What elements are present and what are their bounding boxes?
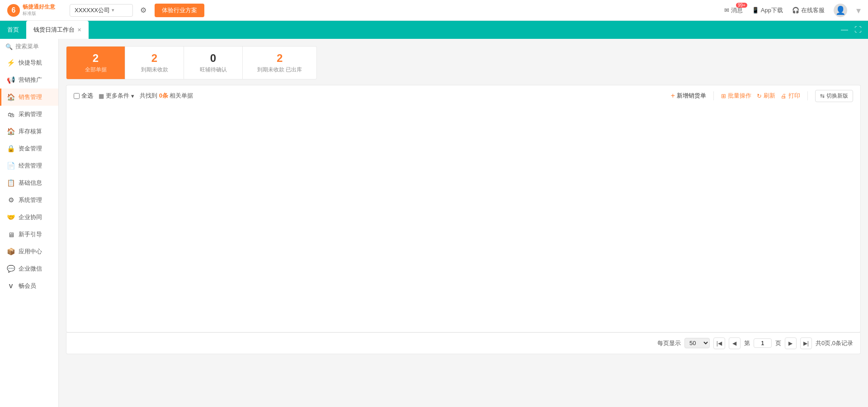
select-all-label: 全选: [81, 92, 93, 100]
sidebar-item-app-center[interactable]: 📦 应用中心: [0, 243, 58, 260]
sidebar-item-app-center-label: 应用中心: [19, 248, 42, 256]
next-page-button[interactable]: ▶: [785, 337, 797, 349]
base-info-icon: 📋: [7, 179, 15, 187]
print-label: 打印: [788, 92, 800, 100]
message-button[interactable]: ✉ 消息 99+: [724, 6, 743, 14]
sidebar-item-member-label: 畅会员: [19, 282, 36, 290]
marketing-icon: 📢: [7, 76, 15, 84]
tab-sales-workbench-label: 钱货日清工作台: [33, 26, 75, 34]
sidebar-item-operation[interactable]: 📄 经营管理: [0, 157, 58, 174]
message-badge: 99+: [736, 3, 747, 8]
stat-tab-overdue-unpaid[interactable]: 2 到期未收款: [125, 47, 184, 79]
sidebar-item-marketing[interactable]: 📢 营销推广: [0, 71, 58, 89]
refresh-icon: ↻: [757, 93, 762, 99]
filter-label: 更多条件: [106, 92, 129, 100]
stat-count-wangwang: 0: [198, 52, 228, 65]
minimize-icon[interactable]: —: [839, 24, 850, 36]
filter-chevron-icon: ▾: [131, 93, 134, 99]
sidebar-item-system-label: 系统管理: [19, 196, 42, 204]
sidebar-item-quick-nav-label: 快捷导航: [19, 59, 42, 67]
trial-button[interactable]: 体验行业方案: [155, 4, 204, 17]
operation-icon: 📄: [7, 162, 15, 170]
online-service-button[interactable]: 🎧 在线客服: [792, 6, 825, 14]
username-display[interactable]: ▾: [856, 5, 861, 16]
sidebar-item-purchase[interactable]: 🛍 采购管理: [0, 106, 58, 123]
sidebar-item-enterprise[interactable]: 🤝 企业协同: [0, 209, 58, 226]
last-page-button[interactable]: ▶|: [800, 337, 812, 349]
sidebar-item-enterprise-label: 企业协同: [19, 213, 42, 221]
page-label-2: 页: [775, 339, 781, 347]
settings-icon[interactable]: ⚙: [137, 4, 150, 17]
company-selector[interactable]: XXXXXX公司 ▾: [70, 4, 133, 17]
switch-label: 切换新版: [826, 92, 848, 100]
prev-page-button[interactable]: ◀: [729, 337, 741, 349]
close-tab-icon[interactable]: ✕: [77, 27, 81, 33]
search-menu-label: 搜索菜单: [15, 42, 39, 51]
newbie-icon: 🖥: [7, 230, 15, 239]
purchase-icon: 🛍: [7, 110, 15, 118]
page-number-input[interactable]: [754, 338, 772, 348]
user-avatar[interactable]: 👤: [834, 4, 847, 17]
search-menu-button[interactable]: 🔍 搜索菜单: [0, 39, 58, 54]
print-button[interactable]: 🖨 打印: [781, 92, 800, 100]
stat-label-overdue: 到期未收款: [140, 66, 169, 74]
app-name: 畅捷通好生意: [23, 4, 55, 11]
stat-label-all: 全部单据: [81, 66, 110, 74]
toolbar: 全选 ▦ 更多条件 ▾ 共找到 0条 相关单据 + 新增销货单 ⊞ 批量操作: [66, 85, 861, 107]
tab-sales-workbench[interactable]: 钱货日清工作台 ✕: [26, 21, 89, 39]
sidebar-item-quick-nav[interactable]: ⚡ 快捷导航: [0, 54, 58, 71]
stat-tab-all[interactable]: 2 全部单据: [66, 47, 125, 79]
sidebar-item-sales[interactable]: 🏠 销售管理: [0, 89, 58, 106]
app-edition: 标准版: [23, 10, 55, 17]
new-sale-button[interactable]: + 新增销货单: [671, 92, 706, 100]
batch-ops-button[interactable]: ⊞ 批量操作: [721, 92, 751, 100]
stat-label-wangwang: 旺辅待确认: [198, 66, 228, 74]
sidebar-item-wechat[interactable]: 💬 企业微信: [0, 260, 58, 277]
tabbar-right: — ⛶: [839, 24, 868, 36]
sidebar-item-finance[interactable]: 🔒 资金管理: [0, 140, 58, 157]
search-icon: 🔍: [5, 43, 13, 50]
app-download-button[interactable]: 📱 App下载: [752, 6, 783, 14]
select-all-checkbox[interactable]: 全选: [74, 92, 93, 100]
switch-version-button[interactable]: ⇆ 切换新版: [815, 90, 853, 102]
stat-tab-overdue-shipped[interactable]: 2 到期未收款 已出库: [243, 47, 316, 79]
finance-icon: 🔒: [7, 145, 15, 153]
sidebar-item-newbie-label: 新手引导: [19, 230, 42, 239]
per-page-select[interactable]: 50 100 200: [684, 338, 710, 348]
print-icon: 🖨: [781, 93, 787, 99]
sidebar-item-member[interactable]: V 畅会员: [0, 277, 58, 295]
refresh-button[interactable]: ↻ 刷新: [757, 92, 775, 100]
first-page-button[interactable]: |◀: [713, 337, 725, 349]
divider-2: [807, 91, 808, 100]
toolbar-left: 全选 ▦ 更多条件 ▾ 共找到 0条 相关单据: [74, 92, 193, 100]
total-info: 共0页,0条记录: [816, 339, 853, 347]
sidebar-item-marketing-label: 营销推广: [19, 76, 42, 84]
sidebar-item-finance-label: 资金管理: [19, 145, 42, 153]
switch-icon: ⇆: [820, 93, 825, 99]
app-download-label: App下载: [761, 6, 783, 14]
stat-tab-wangwang[interactable]: 0 旺辅待确认: [184, 47, 243, 79]
sidebar-item-sales-label: 销售管理: [19, 93, 42, 101]
tab-home[interactable]: 首页: [0, 21, 26, 39]
select-all-input[interactable]: [74, 93, 80, 99]
maximize-icon[interactable]: ⛶: [853, 24, 863, 36]
tab-home-label: 首页: [7, 26, 19, 34]
sidebar-item-newbie[interactable]: 🖥 新手引导: [0, 226, 58, 243]
sidebar-item-base-info[interactable]: 📋 基础信息: [0, 174, 58, 192]
sidebar-item-system[interactable]: ⚙ 系统管理: [0, 192, 58, 209]
tabbar: 首页 钱货日清工作台 ✕ — ⛶: [0, 21, 868, 39]
member-icon: V: [7, 282, 15, 290]
stat-label-shipped: 到期未收款 已出库: [257, 66, 302, 74]
inventory-icon: 🏠: [7, 127, 15, 136]
topbar-right: ✉ 消息 99+ 📱 App下载 🎧 在线客服 👤 ▾: [724, 4, 861, 17]
filter-button[interactable]: ▦ 更多条件 ▾: [99, 92, 134, 100]
filter-icon: ▦: [99, 93, 104, 99]
sidebar-item-operation-label: 经营管理: [19, 162, 42, 170]
app-center-icon: 📦: [7, 248, 15, 256]
sidebar-item-inventory-label: 库存核算: [19, 127, 42, 136]
sidebar-item-inventory[interactable]: 🏠 库存核算: [0, 123, 58, 140]
app-logo-icon: 6: [7, 4, 20, 17]
enterprise-icon: 🤝: [7, 213, 15, 221]
sidebar-item-base-info-label: 基础信息: [19, 179, 42, 187]
sidebar: 🔍 搜索菜单 ⚡ 快捷导航 📢 营销推广 🏠 销售管理 🛍 采购管理 🏠 库存核…: [0, 39, 59, 407]
